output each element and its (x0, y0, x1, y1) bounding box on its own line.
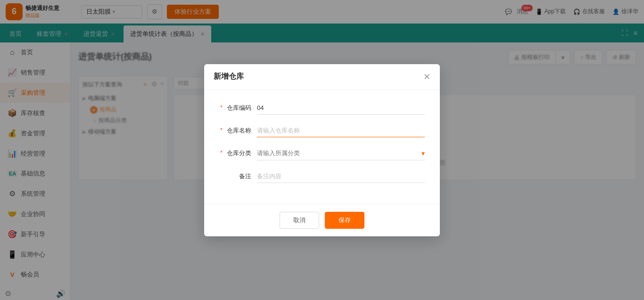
remark-input[interactable] (257, 170, 425, 183)
modal-overlay: 新增仓库 ✕ 仓库编码 仓库名称 仓库分类 ▾ (0, 0, 644, 300)
save-button[interactable]: 保存 (325, 212, 364, 229)
category-input[interactable] (257, 150, 421, 157)
form-row-name: 仓库名称 (219, 124, 425, 137)
category-select[interactable]: ▾ (257, 147, 425, 160)
name-input[interactable] (257, 124, 425, 137)
form-row-remark: 备注 (219, 170, 425, 183)
add-warehouse-modal: 新增仓库 ✕ 仓库编码 仓库名称 仓库分类 ▾ (204, 64, 440, 236)
modal-footer: 取消 保存 (204, 204, 440, 236)
code-label: 仓库编码 (219, 104, 257, 112)
form-row-code: 仓库编码 (219, 101, 425, 115)
remark-label: 备注 (219, 172, 257, 181)
modal-title: 新增仓库 (214, 72, 244, 82)
modal-header: 新增仓库 ✕ (204, 64, 440, 90)
modal-body: 仓库编码 仓库名称 仓库分类 ▾ 备注 (204, 90, 440, 204)
modal-close-button[interactable]: ✕ (423, 72, 430, 82)
cancel-button[interactable]: 取消 (280, 212, 319, 229)
category-label: 仓库分类 (219, 149, 257, 158)
category-dropdown-icon: ▾ (421, 150, 425, 157)
form-row-category: 仓库分类 ▾ (219, 147, 425, 160)
code-input[interactable] (257, 101, 425, 115)
name-label: 仓库名称 (219, 126, 257, 135)
